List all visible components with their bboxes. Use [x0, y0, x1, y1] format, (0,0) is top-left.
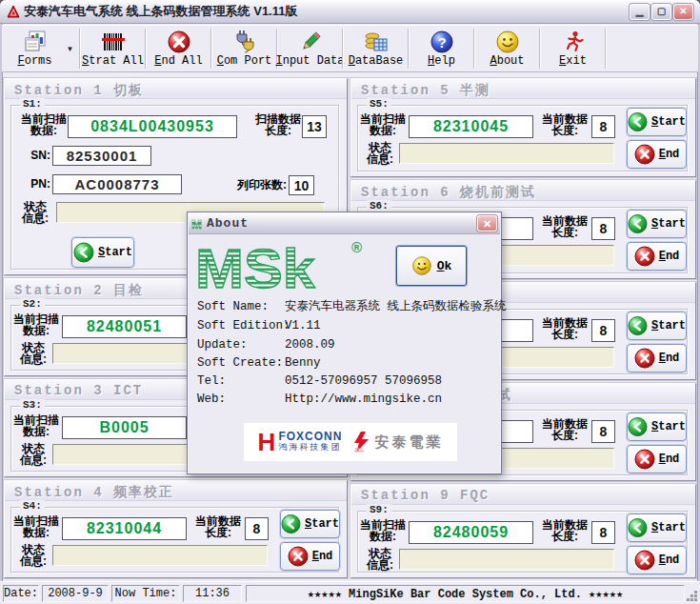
- com-port-button[interactable]: Com Port: [215, 27, 273, 70]
- data-length-field[interactable]: 8: [245, 517, 269, 540]
- station-title: Station 1 切板: [5, 79, 347, 99]
- toolbar-separator: [539, 29, 541, 69]
- dialog-title: About: [207, 216, 477, 231]
- ok-button[interactable]: Ok: [396, 246, 467, 286]
- forms-dropdown-button[interactable]: ▼: [64, 27, 76, 70]
- date-label: Date:: [3, 585, 39, 602]
- dialog-title-bar: M About ✕: [189, 213, 500, 234]
- scan-data-label: 当前扫描数据:: [18, 113, 70, 136]
- start-all-button[interactable]: Strat All: [84, 27, 142, 70]
- time-value: 11:36: [183, 585, 242, 602]
- status-label: 状态信息:: [363, 548, 397, 571]
- input-data-button[interactable]: Input Data: [281, 27, 339, 70]
- status-label: 状态信息:: [16, 544, 50, 567]
- start-icon: [628, 315, 648, 336]
- data-length-field[interactable]: 8: [591, 420, 615, 443]
- pencil-icon: [298, 29, 323, 55]
- help-button[interactable]: ? Help: [412, 27, 470, 70]
- smiley-icon: [495, 29, 520, 55]
- about-row: Tel:0512-57096957 57096958: [197, 374, 442, 388]
- start-button[interactable]: Start: [627, 108, 687, 136]
- start-button[interactable]: Start: [627, 210, 687, 238]
- start-button[interactable]: Start: [627, 312, 687, 340]
- scan-data-field[interactable]: 0834L00430953: [68, 115, 237, 138]
- status-bar: Date: 2008-9-9 Now Time: 11:36 ★★★★★ Min…: [0, 581, 700, 604]
- chevron-down-icon: ▼: [67, 45, 74, 53]
- scan-data-field[interactable]: 82310044: [62, 517, 187, 540]
- scan-data-field[interactable]: 82480059: [409, 521, 533, 544]
- data-length-label: 当前数据长度:: [540, 519, 590, 542]
- dialog-close-button[interactable]: ✕: [477, 215, 497, 232]
- start-icon: [628, 111, 648, 132]
- end-button[interactable]: End: [627, 546, 687, 574]
- end-icon: [634, 550, 655, 571]
- website-link[interactable]: Http://www.mingsike.cn: [285, 393, 442, 406]
- data-length-field[interactable]: 8: [591, 115, 615, 138]
- exit-button[interactable]: Exit: [544, 27, 602, 70]
- scan-data-field[interactable]: 82310045: [409, 115, 533, 138]
- status-label: 状态信息:: [18, 201, 52, 224]
- group-label: S1:: [20, 98, 45, 110]
- status-label: 状态信息:: [363, 142, 397, 165]
- database-button[interactable]: DataBase: [347, 27, 405, 70]
- about-row: Update:2008.09: [197, 338, 335, 352]
- data-length-label: 当前数据长度:: [540, 317, 590, 340]
- toolbar: Forms ▼ Strat All: [2, 25, 698, 72]
- scan-data-field[interactable]: 82480051: [62, 315, 187, 338]
- start-button[interactable]: Start: [71, 237, 134, 268]
- help-icon: ?: [430, 29, 454, 55]
- company-banner: ★★★★★ MingSiKe Bar Code System Co., Ltd.…: [246, 585, 685, 602]
- end-all-button[interactable]: End All: [150, 27, 208, 70]
- msk-logo: MSk: [195, 241, 355, 300]
- data-length-label: 当前数据长度:: [540, 418, 590, 441]
- svg-text:M: M: [191, 217, 202, 230]
- end-button[interactable]: End: [627, 242, 687, 271]
- scan-data-label: 当前扫描数据:: [357, 519, 409, 542]
- print-count-field[interactable]: 10: [289, 175, 314, 195]
- antai-logo: 安泰電業: [353, 432, 443, 453]
- lightning-icon: [353, 432, 370, 453]
- station-title: Station 6 烧机前测试: [351, 181, 695, 201]
- status-field[interactable]: [399, 549, 614, 570]
- resize-grip[interactable]: [686, 590, 698, 602]
- end-button[interactable]: End: [627, 344, 687, 372]
- station-panel-9: Station 9 FQC S9: 当前扫描数据: 82480059 当前数据长…: [350, 484, 696, 578]
- group-label: S6:: [367, 200, 391, 211]
- start-icon: [73, 242, 94, 263]
- status-label: 状态信息:: [16, 342, 50, 365]
- sn-field[interactable]: 82530001: [52, 146, 151, 166]
- data-length-field[interactable]: 8: [591, 319, 615, 342]
- end-icon: [634, 246, 655, 267]
- data-length-label: 当前数据长度:: [193, 515, 243, 538]
- station-title: Station 5 半测: [351, 79, 695, 99]
- about-button[interactable]: About: [478, 27, 536, 70]
- scan-length-field[interactable]: 13: [302, 115, 327, 138]
- end-button[interactable]: End: [627, 445, 687, 473]
- start-button[interactable]: Start: [280, 510, 340, 538]
- minimize-button[interactable]: ▁: [630, 4, 650, 20]
- toolbar-separator: [210, 29, 212, 69]
- date-value: 2008-9-9: [42, 585, 109, 602]
- data-length-field[interactable]: 8: [591, 217, 615, 240]
- maximize-button[interactable]: ▢: [651, 4, 671, 20]
- station-panel-4: Station 4 频率校正 S4: 当前扫描数据: 82310044 当前数据…: [4, 480, 348, 578]
- status-field[interactable]: [52, 545, 268, 566]
- window-title: 安泰汽车电气系统 线上条码数据管理系统 V1.11版: [24, 3, 630, 20]
- group-label: S2:: [20, 298, 45, 310]
- scan-data-label: 当前扫描数据:: [10, 414, 62, 437]
- group-label: S5:: [367, 98, 391, 110]
- pn-field[interactable]: AC0008773: [52, 174, 182, 194]
- app-window: 安泰汽车电气系统 线上条码数据管理系统 V1.11版 ▁ ▢ ✕: [0, 0, 700, 604]
- station-title: Station 9 FQC: [351, 485, 695, 505]
- end-button[interactable]: End: [280, 542, 340, 571]
- end-button[interactable]: End: [627, 140, 687, 169]
- forms-button[interactable]: Forms: [6, 27, 64, 70]
- about-row: Soft Edition:V1.11: [197, 319, 321, 332]
- scan-data-field[interactable]: B0005: [62, 416, 187, 439]
- data-length-field[interactable]: 8: [591, 521, 615, 544]
- about-row: Soft Name:安泰汽车电器系统 线上条码数据检验系统: [197, 298, 507, 314]
- close-button[interactable]: ✕: [673, 4, 693, 20]
- start-button[interactable]: Start: [627, 513, 687, 542]
- status-field[interactable]: [399, 143, 614, 164]
- start-button[interactable]: Start: [627, 413, 687, 441]
